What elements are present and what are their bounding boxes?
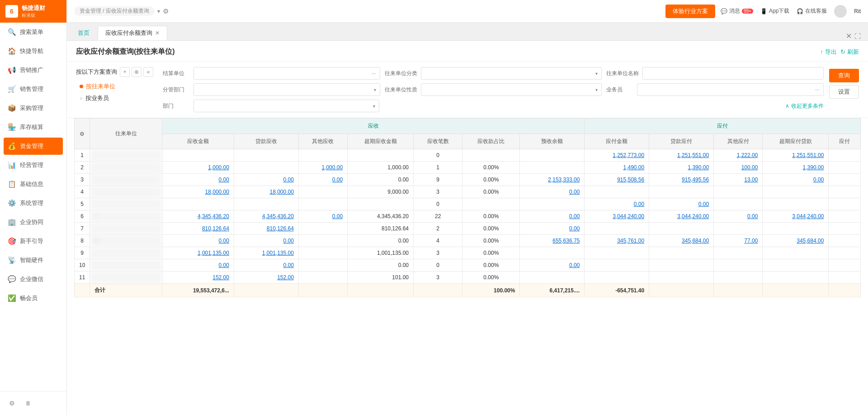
table-cell[interactable]: 0.00 <box>520 210 585 223</box>
table-settings-icon[interactable]: ⚙ <box>80 131 85 137</box>
table-cell[interactable]: 0.00 <box>763 174 829 186</box>
sidebar-item-wechat[interactable]: 💬 企业微信 <box>0 270 66 289</box>
filter-settings-btn[interactable]: ⊕ <box>132 67 142 77</box>
table-cell[interactable]: 1,252,773.00 <box>585 149 649 162</box>
settings-gear-icon[interactable]: ⚙ <box>163 7 169 15</box>
table-cell[interactable]: 100.00 <box>714 162 763 174</box>
filter-by-unit[interactable]: 按往来单位 <box>76 81 157 92</box>
salesman-input[interactable]: ··· <box>637 83 824 96</box>
table-cell[interactable]: 1,222.00 <box>714 149 763 162</box>
table-cell[interactable]: 1,390.00 <box>649 162 714 174</box>
table-cell[interactable]: 152.00 <box>162 272 234 284</box>
dept-input[interactable]: ▾ <box>193 100 379 112</box>
table-cell[interactable]: 0.00 <box>162 259 234 272</box>
table-cell[interactable]: 915,508.56 <box>585 174 649 186</box>
sidebar-item-purchase[interactable]: 📦 采购管理 <box>0 99 66 118</box>
table-cell[interactable]: 345,684.00 <box>649 235 714 247</box>
tab-close-icon[interactable]: ✕ <box>155 30 160 36</box>
sidebar-item-enterprise[interactable]: 🏢 企业协同 <box>0 213 66 232</box>
th-settings[interactable]: ⚙ <box>75 119 90 149</box>
table-cell[interactable]: 0.00 <box>162 174 234 186</box>
sidebar-item-beginner[interactable]: 🎯 新手引导 <box>0 232 66 251</box>
table-cell[interactable]: 0.00 <box>162 235 234 247</box>
table-cell[interactable]: 0.00 <box>520 186 585 198</box>
table-cell[interactable]: 345,684.00 <box>763 235 829 247</box>
sidebar-item-finance[interactable]: 💰 资金管理 <box>4 138 63 155</box>
table-cell[interactable]: 4,345,436.20 <box>234 210 298 223</box>
sidebar-item-system[interactable]: ⚙️ 系统管理 <box>0 194 66 213</box>
table-cell[interactable]: 0.00 <box>234 259 298 272</box>
sidebar-item-sales[interactable]: 🛒 销售管理 <box>0 80 66 99</box>
table-cell[interactable]: 3,044,240.00 <box>763 210 829 223</box>
tab-fullscreen-icon[interactable]: ⛶ <box>854 33 861 40</box>
footer-payable-end <box>829 284 861 297</box>
breadcrumb-chevron-icon[interactable]: ▾ <box>157 8 160 14</box>
table-cell[interactable]: 18,000.00 <box>162 186 234 198</box>
table-cell[interactable]: 0.00 <box>298 174 347 186</box>
filter-by-salesman[interactable]: ○ 按业务员 <box>76 92 157 104</box>
notification-action[interactable]: 💬 消息 99+ <box>721 7 753 15</box>
sidebar-settings-btn[interactable]: ⚙ <box>5 397 18 410</box>
settlement-unit-input[interactable]: ··· <box>193 67 380 80</box>
table-cell[interactable]: 0.00 <box>714 210 763 223</box>
table-cell[interactable]: 915,495.56 <box>649 174 714 186</box>
table-cell[interactable]: 0.00 <box>520 259 585 272</box>
sidebar-item-marketing[interactable]: 📢 营销推广 <box>0 61 66 80</box>
tab-home[interactable]: 首页 <box>71 26 97 40</box>
table-cell[interactable]: 3,044,240.00 <box>649 210 714 223</box>
table-cell: 4,345,436.20 <box>348 210 414 223</box>
table-cell[interactable]: 1,001,135.00 <box>234 247 298 259</box>
unit-nature-input[interactable]: ▾ <box>421 83 602 96</box>
table-cell[interactable]: 1,490.00 <box>585 162 649 174</box>
table-cell[interactable]: 1,251,551.00 <box>649 149 714 162</box>
tab-balance-query[interactable]: 应收应付余额查询 ✕ <box>98 26 167 40</box>
table-cell[interactable]: 77.00 <box>714 235 763 247</box>
table-cell[interactable]: 345,761.00 <box>585 235 649 247</box>
sidebar-item-smart-hw[interactable]: 📡 智能硬件 <box>0 251 66 270</box>
table-cell[interactable]: 1,001,135.00 <box>162 247 234 259</box>
table-cell[interactable]: 1,390.00 <box>763 162 829 174</box>
setting-btn[interactable]: 设置 <box>829 85 859 99</box>
filter-collapse-btn[interactable]: « <box>143 67 153 77</box>
sidebar-item-label: 营销推广 <box>20 66 43 74</box>
table-cell[interactable]: 3,044,240.00 <box>585 210 649 223</box>
table-cell[interactable]: 18,000.00 <box>234 186 298 198</box>
table-cell[interactable]: 2,153,333.00 <box>520 174 585 186</box>
table-cell[interactable]: 0.00 <box>649 198 714 210</box>
table-cell[interactable]: 0.00 <box>585 198 649 210</box>
trial-btn[interactable]: 体验行业方案 <box>665 5 715 18</box>
table-cell[interactable]: 4,345,436.20 <box>162 210 234 223</box>
refresh-btn[interactable]: ↻ 刷新 <box>840 48 859 56</box>
table-cell[interactable]: 152.00 <box>234 272 298 284</box>
table-cell[interactable]: 1,251,551.00 <box>763 149 829 162</box>
table-cell[interactable]: 655,636.75 <box>520 235 585 247</box>
unit-name-input[interactable] <box>642 67 824 80</box>
sidebar-item-basic-info[interactable]: 📋 基础信息 <box>0 175 66 194</box>
tab-close-window-icon[interactable]: ✕ <box>846 32 852 40</box>
sidebar-item-operations[interactable]: 📊 经营管理 <box>0 156 66 175</box>
table-cell[interactable]: 0.00 <box>298 210 347 223</box>
table-cell <box>462 149 520 162</box>
table-cell[interactable]: 0.00 <box>520 223 585 235</box>
online-service-action[interactable]: 🎧 在线客服 <box>797 7 827 15</box>
sidebar-collapse-btn[interactable]: ⏸ <box>22 397 34 410</box>
add-filter-btn[interactable]: + <box>120 67 130 77</box>
table-cell[interactable]: 0.00 <box>234 235 298 247</box>
sidebar-item-member[interactable]: ✅ 畅会员 <box>0 289 66 308</box>
query-btn[interactable]: 查询 <box>829 69 859 82</box>
sidebar-item-quick-nav[interactable]: 🏠 快捷导航 <box>0 42 66 61</box>
export-btn[interactable]: ↑ 导出 <box>821 48 837 56</box>
table-cell[interactable]: 13.00 <box>714 174 763 186</box>
unit-category-input[interactable]: ▾ <box>421 67 602 80</box>
table-cell[interactable]: 1,000.00 <box>298 162 347 174</box>
sidebar-item-inventory[interactable]: 🏪 库存核算 <box>0 118 66 137</box>
collapse-more-btn[interactable]: ∧ 收起更多条件 <box>785 102 824 110</box>
dept-manager-input[interactable]: ▾ <box>193 83 380 96</box>
sidebar-item-search-menu[interactable]: 🔍 搜索菜单 <box>0 23 66 42</box>
table-cell[interactable]: 810,126.64 <box>234 223 298 235</box>
table-cell[interactable]: 0.00 <box>234 174 298 186</box>
table-cell[interactable]: 810,126.64 <box>162 223 234 235</box>
table-row: 500.000.00 <box>75 198 861 210</box>
app-download-action[interactable]: 📱 App下载 <box>760 7 789 15</box>
table-cell[interactable]: 1,000.00 <box>162 162 234 174</box>
